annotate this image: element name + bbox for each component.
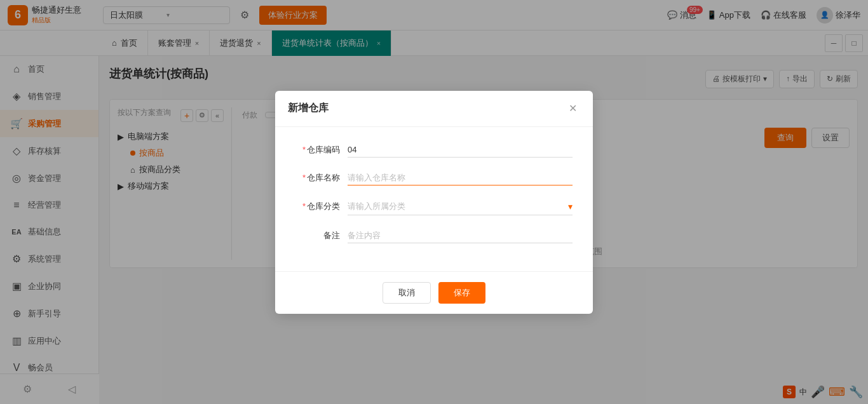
modal-overlay: 新增仓库 ✕ *仓库编码 *仓库名称 *仓库分类 bbox=[0, 0, 868, 404]
warehouse-code-row: *仓库编码 bbox=[295, 142, 573, 158]
dialog-close-button[interactable]: ✕ bbox=[565, 101, 580, 116]
cancel-button[interactable]: 取消 bbox=[383, 282, 431, 304]
save-button[interactable]: 保存 bbox=[438, 282, 485, 304]
warehouse-category-label: *仓库分类 bbox=[295, 201, 340, 212]
dialog-header: 新增仓库 ✕ bbox=[275, 91, 593, 127]
warehouse-note-label: 备注 bbox=[295, 230, 340, 241]
warehouse-category-select[interactable]: 请输入所属分类 ▾ bbox=[348, 198, 573, 215]
required-icon-3: * bbox=[302, 201, 306, 211]
warehouse-category-row: *仓库分类 请输入所属分类 ▾ bbox=[295, 198, 573, 215]
warehouse-code-label: *仓库编码 bbox=[295, 144, 340, 156]
warehouse-code-input[interactable] bbox=[348, 142, 573, 158]
dialog-footer: 取消 保存 bbox=[275, 271, 593, 314]
warehouse-name-input[interactable] bbox=[348, 170, 573, 185]
warehouse-name-row: *仓库名称 bbox=[295, 170, 573, 185]
required-icon: * bbox=[302, 145, 306, 154]
category-dropdown-icon: ▾ bbox=[568, 201, 573, 212]
new-warehouse-dialog: 新增仓库 ✕ *仓库编码 *仓库名称 *仓库分类 bbox=[275, 91, 593, 314]
dialog-body: *仓库编码 *仓库名称 *仓库分类 请输入所属分类 ▾ bbox=[275, 127, 593, 271]
warehouse-note-input[interactable] bbox=[348, 228, 573, 243]
warehouse-category-placeholder: 请输入所属分类 bbox=[348, 201, 568, 212]
warehouse-note-row: 备注 bbox=[295, 228, 573, 243]
required-icon-2: * bbox=[302, 173, 306, 182]
dialog-title: 新增仓库 bbox=[288, 102, 329, 115]
warehouse-name-label: *仓库名称 bbox=[295, 172, 340, 184]
